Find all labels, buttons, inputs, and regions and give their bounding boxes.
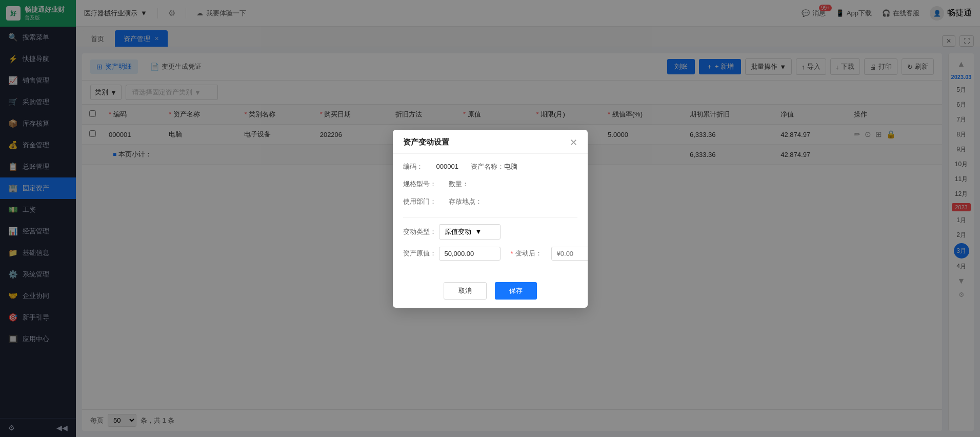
dialog-divider (403, 217, 577, 218)
dialog-footer: 取消 保存 (393, 276, 588, 308)
change-type-label: 变动类型： (403, 227, 439, 236)
spec-label: 规格型号： (403, 180, 436, 189)
required-star: * (511, 250, 513, 257)
dialog-storage-row: 存放地点： (449, 197, 482, 206)
original-value-label: 资产原值： (403, 249, 439, 258)
save-button[interactable]: 保存 (495, 282, 537, 300)
original-value-row: 资产原值： 50,000.00 * 变动后： (403, 247, 577, 261)
change-type-select[interactable]: 原值变动 ▼ (439, 224, 501, 240)
dialog-body: 编码： 000001 资产名称： 电脑 规格型号： 数量： (393, 154, 588, 276)
after-change-input[interactable] (551, 247, 588, 261)
cancel-button[interactable]: 取消 (444, 282, 487, 300)
dialog-code-row: 编码： 000001 (403, 162, 458, 171)
original-value-display: 50,000.00 (439, 247, 501, 261)
dialog-overlay[interactable]: 资产变动设置 ✕ 编码： 000001 资产名称： 电脑 规格型号： (0, 0, 980, 437)
asset-name-value: 电脑 (504, 162, 517, 171)
code-label: 编码： (403, 162, 436, 171)
department-label: 使用部门： (403, 197, 436, 206)
storage-label: 存放地点： (449, 197, 482, 206)
chevron-down-icon: ▼ (475, 228, 482, 235)
after-change-label: 变动后： (515, 249, 551, 258)
asset-name-label: 资产名称： (471, 162, 504, 171)
dialog-quantity-row: 数量： (449, 180, 482, 189)
dialog-department-row: 使用部门： (403, 197, 436, 206)
dialog-title: 资产变动设置 (403, 137, 449, 147)
quantity-label: 数量： (449, 180, 482, 189)
dialog-close-button[interactable]: ✕ (570, 137, 577, 148)
asset-change-dialog: 资产变动设置 ✕ 编码： 000001 资产名称： 电脑 规格型号： (393, 130, 588, 308)
dialog-spec-row: 规格型号： (403, 180, 436, 189)
change-type-row: 变动类型： 原值变动 ▼ (403, 224, 577, 240)
change-type-value: 原值变动 (445, 227, 471, 236)
dialog-asset-name-row: 资产名称： 电脑 (471, 162, 517, 171)
code-value: 000001 (436, 163, 458, 170)
dialog-header: 资产变动设置 ✕ (393, 130, 588, 154)
